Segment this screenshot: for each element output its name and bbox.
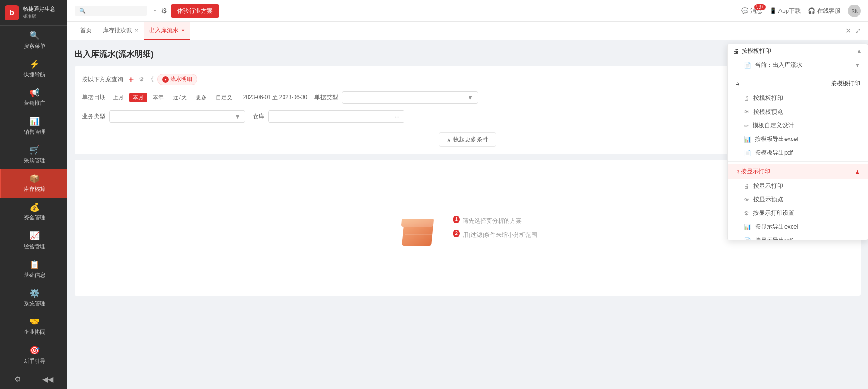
avatar[interactable]: Rit xyxy=(848,5,861,17)
display-excel-label: 按显示导出excel xyxy=(755,223,798,231)
template-print-item[interactable]: 🖨 按模板打印 xyxy=(728,91,868,105)
collapse-more-btn[interactable]: ∧ 收起更多条件 xyxy=(439,132,496,147)
template-excel-item[interactable]: 📊 按模板导出excel xyxy=(728,132,868,146)
display-print-item[interactable]: 🖨 按显示打印 xyxy=(728,179,868,193)
date-shortcut-current-year[interactable]: 本年 xyxy=(149,93,167,102)
sidebar-item-label: 经营管理 xyxy=(24,243,45,250)
template-pdf-item[interactable]: 📄 按模板导出pdf xyxy=(728,146,868,160)
sidebar-item-finance[interactable]: 💰 资金管理 xyxy=(0,198,67,226)
biz-type-arrow: ▼ xyxy=(234,113,240,120)
dropdown-current-label[interactable]: 📄 当前：出入库流水 ▼ xyxy=(728,58,868,72)
online-service-label: 在线客服 xyxy=(817,7,841,15)
empty-step-2: 2 用[过滤]条件来缩小分析范围 xyxy=(453,229,537,240)
active-filter-tag-label: 流水明细 xyxy=(170,75,192,83)
active-filter-tag[interactable]: ● 流水明细 xyxy=(157,74,197,85)
tab-batch-account-close[interactable]: × xyxy=(135,27,138,34)
guide-icon: 🎯 xyxy=(30,345,40,355)
sidebar-item-guide[interactable]: 🎯 新手引导 xyxy=(0,341,67,369)
sidebar-item-operation[interactable]: 📈 经营管理 xyxy=(0,226,67,255)
sidebar-item-system[interactable]: ⚙️ 系统管理 xyxy=(0,284,67,312)
sidebar-item-purchase[interactable]: 🛒 采购管理 xyxy=(0,140,67,169)
sidebar-item-quick-nav[interactable]: ⚡ 快捷导航 xyxy=(0,55,67,83)
settings-bottom-btn[interactable]: ⚙ xyxy=(15,375,21,384)
filter-collapse-btn[interactable]: 《 xyxy=(148,75,154,84)
section2-header[interactable]: 🖨 按显示打印 ▲ xyxy=(728,164,868,179)
date-shortcut-more[interactable]: 更多 xyxy=(192,93,210,102)
sidebar-item-basic[interactable]: 📋 基础信息 xyxy=(0,255,67,284)
header-right: 💬 消息 99+ 📱 App下载 🎧 在线客服 Rit xyxy=(741,5,861,17)
date-shortcut-7days[interactable]: 近7天 xyxy=(169,93,190,102)
biz-type-select[interactable]: ▼ xyxy=(109,110,245,123)
sidebar-item-inventory[interactable]: 📦 库存核算 xyxy=(0,169,67,198)
display-excel-item[interactable]: 📊 按显示导出excel xyxy=(728,220,868,234)
search-icon: 🔍 xyxy=(79,8,86,14)
template-preview-item[interactable]: 👁 按模板预览 xyxy=(728,105,868,119)
section1-header[interactable]: 🖨 按模板打印 xyxy=(728,76,868,91)
display-settings-item[interactable]: ⚙ 按显示打印设置 xyxy=(728,206,868,220)
doc-type-select[interactable]: ▼ xyxy=(342,91,478,104)
tab-batch-account[interactable]: 库存批次账 × xyxy=(97,22,144,40)
active-filter-icon: ● xyxy=(162,76,169,83)
biz-type-filter-group: 业务类型 ▼ xyxy=(82,110,245,123)
warehouse-select[interactable]: ··· xyxy=(268,110,404,123)
collapse-btn-label: 收起更多条件 xyxy=(453,135,489,144)
inventory-icon: 📦 xyxy=(30,174,40,184)
display-preview-label: 按显示预览 xyxy=(753,195,783,204)
tab-flow[interactable]: 出入库流水 × xyxy=(144,22,190,40)
step-1-text: 请先选择要分析的方案 xyxy=(463,215,522,226)
display-pdf-item[interactable]: 📄 按显示导出pdf xyxy=(728,234,868,240)
divider-2 xyxy=(728,161,868,162)
finance-icon: 💰 xyxy=(30,202,40,212)
dropdown-panel-title: 🖨 按模板打印 xyxy=(733,47,771,55)
header: 🔍 ▼ ⚙ 体验行业方案 💬 消息 99+ 📱 App下载 🎧 在线客服 Rit xyxy=(67,0,868,22)
filter-add-btn[interactable]: ＋ xyxy=(127,74,135,85)
maximize-window-btn[interactable]: ⤢ xyxy=(855,26,861,35)
filter-settings-btn[interactable]: ⚙ xyxy=(139,76,144,83)
header-dropdown[interactable]: ▼ xyxy=(151,8,157,13)
app-download-btn[interactable]: 📱 App下载 xyxy=(769,7,801,15)
doc-type-filter-group: 单据类型 ▼ xyxy=(314,91,478,104)
close-window-btn[interactable]: ✕ xyxy=(845,26,851,35)
sidebar-item-sales[interactable]: 📊 销售管理 xyxy=(0,112,67,140)
printer-icon: 🖨 xyxy=(733,48,739,55)
design-sub-icon: ✏ xyxy=(744,122,749,129)
empty-state: 1 请先选择要分析的方案 2 用[过滤]条件来缩小分析范围 xyxy=(398,209,537,246)
template-design-item[interactable]: ✏ 模板自定义设计 xyxy=(728,119,868,132)
sidebar-item-marketing[interactable]: 📢 营销推广 xyxy=(0,83,67,112)
sales-icon: 📊 xyxy=(30,116,40,126)
app-name: 畅捷通好生意 xyxy=(23,6,55,13)
sidebar-item-search[interactable]: 🔍 搜索菜单 xyxy=(0,26,67,55)
display-settings-icon: ⚙ xyxy=(744,210,749,217)
date-shortcut-current-month[interactable]: 本月 xyxy=(129,93,147,102)
tab-home[interactable]: 首页 xyxy=(75,22,97,40)
display-print-icon: 🖨 xyxy=(744,183,750,190)
tab-flow-close[interactable]: × xyxy=(181,27,185,34)
warehouse-arrow: ··· xyxy=(394,113,399,120)
app-logo: b 畅捷通好生意 标准版 xyxy=(0,0,67,26)
doc-type-arrow: ▼ xyxy=(467,94,473,101)
chevron-up-icon: ∧ xyxy=(447,136,451,143)
print-sub-icon: 🖨 xyxy=(744,95,750,102)
date-shortcuts: 上月 本月 本年 近7天 更多 自定义 xyxy=(109,93,236,102)
section1-label: 按模板打印 xyxy=(831,80,860,88)
template-pdf-label: 按模板导出pdf xyxy=(755,149,793,157)
message-icon: 💬 xyxy=(741,7,748,14)
date-range: 2023-06-01 至 2023-06-30 xyxy=(243,94,307,101)
dropdown-collapse-arrow[interactable]: ▲ xyxy=(856,48,862,55)
collapse-sidebar-btn[interactable]: ◀◀ xyxy=(42,375,53,384)
message-btn[interactable]: 💬 消息 99+ xyxy=(741,7,762,15)
online-service-btn[interactable]: 🎧 在线客服 xyxy=(808,7,841,15)
display-preview-item[interactable]: 👁 按显示预览 xyxy=(728,193,868,206)
date-filter-group: 单据日期 上月 本月 本年 近7天 更多 自定义 2023-06-01 至 20… xyxy=(82,93,307,102)
empty-illustration xyxy=(398,209,434,246)
download-icon: 📱 xyxy=(769,7,777,14)
sidebar-item-collab[interactable]: 🤝 企业协同 xyxy=(0,312,67,341)
trial-btn[interactable]: 体验行业方案 xyxy=(171,4,219,18)
empty-text: 1 请先选择要分析的方案 2 用[过滤]条件来缩小分析范围 xyxy=(453,215,537,240)
date-shortcut-prev-month[interactable]: 上月 xyxy=(109,93,127,102)
app-download-label: App下载 xyxy=(778,7,801,15)
header-search[interactable]: 🔍 xyxy=(75,6,147,16)
sidebar: b 畅捷通好生意 标准版 🔍 搜索菜单 ⚡ 快捷导航 📢 营销推广 📊 销售管理… xyxy=(0,0,67,389)
date-shortcut-custom[interactable]: 自定义 xyxy=(212,93,236,102)
gear-icon[interactable]: ⚙ xyxy=(161,6,167,15)
